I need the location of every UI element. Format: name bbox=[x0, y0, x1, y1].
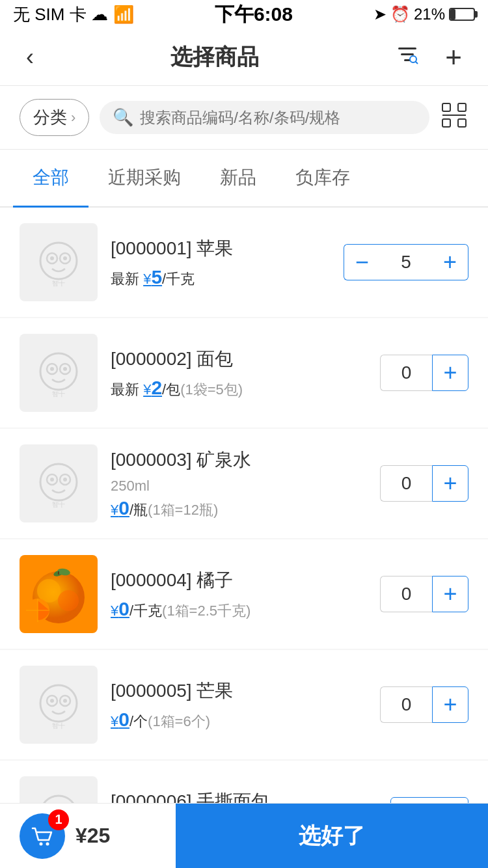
svg-text:智十: 智十 bbox=[52, 390, 65, 398]
product-name: [0000001] 苹果 bbox=[111, 236, 331, 261]
battery-icon bbox=[449, 8, 475, 21]
svg-point-54 bbox=[46, 842, 49, 845]
svg-text:智十: 智十 bbox=[52, 501, 65, 508]
product-item: [0000004] 橘子 ¥0/千克(1箱=2.5千克) + bbox=[0, 539, 488, 649]
product-name: [0000003] 矿泉水 bbox=[111, 448, 367, 472]
product-info-0000005: [0000005] 芒果 ¥0/个(1箱=6个) bbox=[111, 679, 367, 731]
status-bar: 无 SIM 卡 ☁ 📶 下午6:08 ➤ ⏰ 21% bbox=[0, 0, 488, 29]
tab-bar: 全部 近期采购 新品 负库存 bbox=[0, 150, 488, 208]
tab-negative[interactable]: 负库存 bbox=[276, 150, 370, 208]
product-name: [0000002] 面包 bbox=[111, 347, 367, 372]
svg-rect-1 bbox=[401, 53, 414, 55]
product-list: 智十 [0000001] 苹果 最新 ¥5/千克 − + 智十 bbox=[0, 208, 488, 868]
wifi-icon: 📶 bbox=[113, 5, 134, 25]
svg-text:智十: 智十 bbox=[52, 722, 65, 729]
cart-section: 1 ¥25 bbox=[0, 813, 176, 859]
battery-percent: 21% bbox=[414, 5, 445, 23]
qty-input[interactable] bbox=[380, 576, 432, 612]
location-icon: ➤ bbox=[373, 5, 386, 23]
category-label: 分类 bbox=[33, 106, 67, 129]
back-button[interactable]: ‹ bbox=[20, 37, 40, 77]
svg-point-38 bbox=[40, 685, 77, 722]
qty-control-0000004: + bbox=[380, 576, 468, 612]
product-price: ¥0/千克(1箱=2.5千克) bbox=[111, 598, 367, 621]
qty-plus-button[interactable]: + bbox=[432, 465, 468, 502]
svg-point-10 bbox=[40, 243, 77, 279]
filter-icon[interactable] bbox=[389, 36, 426, 78]
chevron-right-icon: › bbox=[71, 109, 75, 126]
product-item: 智十 [0000005] 芒果 ¥0/个(1箱=6个) + bbox=[0, 650, 488, 759]
product-price: 最新 ¥5/千克 bbox=[111, 266, 331, 289]
status-left: 无 SIM 卡 ☁ 📶 bbox=[13, 3, 134, 26]
qty-plus-button[interactable]: + bbox=[432, 244, 468, 280]
svg-point-19 bbox=[50, 367, 54, 371]
svg-point-25 bbox=[50, 478, 54, 481]
product-info-0000003: [0000003] 矿泉水 250ml ¥0/瓶(1箱=12瓶) bbox=[111, 448, 367, 520]
product-image-0000002: 智十 bbox=[20, 334, 98, 412]
product-spec: 250ml bbox=[111, 478, 367, 495]
confirm-button[interactable]: 选好了 bbox=[176, 804, 488, 868]
nav-bar: ‹ 选择商品 + bbox=[0, 29, 488, 86]
svg-rect-7 bbox=[458, 103, 466, 111]
qty-input[interactable] bbox=[380, 355, 432, 391]
svg-point-16 bbox=[40, 353, 77, 390]
svg-point-26 bbox=[63, 478, 67, 481]
svg-text:智十: 智十 bbox=[52, 280, 65, 287]
qty-plus-button[interactable]: + bbox=[432, 576, 468, 612]
product-item: 智十 [0000002] 面包 最新 ¥2/包(1袋=5包) + bbox=[0, 318, 488, 427]
qty-minus-button[interactable]: − bbox=[344, 244, 380, 280]
product-price: ¥0/瓶(1箱=12瓶) bbox=[111, 497, 367, 520]
svg-point-20 bbox=[63, 367, 67, 371]
qty-control-0000003: + bbox=[380, 465, 468, 502]
cart-button[interactable]: 1 bbox=[20, 813, 65, 859]
qty-plus-button[interactable]: + bbox=[432, 686, 468, 723]
svg-rect-5 bbox=[442, 103, 450, 111]
product-image-0000005: 智十 bbox=[20, 666, 98, 744]
svg-rect-9 bbox=[458, 119, 466, 127]
page-title: 选择商品 bbox=[170, 42, 259, 72]
qty-control-0000005: + bbox=[380, 686, 468, 723]
qty-control-0000002: + bbox=[380, 355, 468, 391]
tab-all[interactable]: 全部 bbox=[13, 150, 88, 208]
qty-plus-button[interactable]: + bbox=[432, 355, 468, 391]
qty-input[interactable] bbox=[380, 686, 432, 723]
bottom-bar: 1 ¥25 选好了 bbox=[0, 803, 488, 868]
product-name: [0000004] 橘子 bbox=[111, 568, 367, 593]
svg-point-13 bbox=[50, 256, 54, 260]
svg-point-41 bbox=[50, 699, 54, 703]
product-image-0000001: 智十 bbox=[20, 223, 98, 301]
svg-line-4 bbox=[416, 62, 418, 64]
product-info-0000002: [0000002] 面包 最新 ¥2/包(1袋=5包) bbox=[111, 347, 367, 400]
product-price: ¥0/个(1箱=6个) bbox=[111, 709, 367, 731]
scan-icon[interactable] bbox=[440, 101, 468, 135]
status-right: ➤ ⏰ 21% bbox=[373, 5, 475, 23]
search-input[interactable] bbox=[140, 109, 416, 127]
category-button[interactable]: 分类 › bbox=[20, 99, 89, 136]
svg-point-42 bbox=[63, 699, 67, 703]
product-name: [0000005] 芒果 bbox=[111, 679, 367, 703]
search-box: 🔍 bbox=[100, 101, 429, 134]
product-info-0000001: [0000001] 苹果 最新 ¥5/千克 bbox=[111, 236, 331, 289]
alarm-icon: ⏰ bbox=[390, 5, 410, 23]
svg-rect-6 bbox=[442, 119, 450, 127]
sim-status: 无 SIM 卡 ☁ bbox=[13, 3, 108, 26]
product-item: 智十 [0000001] 苹果 最新 ¥5/千克 − + bbox=[0, 208, 488, 317]
search-icon: 🔍 bbox=[113, 107, 133, 128]
time-display: 下午6:08 bbox=[215, 1, 293, 28]
filter-bar: 分类 › 🔍 bbox=[0, 86, 488, 150]
qty-input[interactable] bbox=[380, 465, 432, 502]
svg-point-31 bbox=[58, 590, 79, 611]
product-image-0000003: 智十 bbox=[20, 444, 98, 522]
qty-input[interactable] bbox=[380, 244, 432, 280]
qty-control-0000001: − + bbox=[344, 244, 468, 280]
product-price: 最新 ¥2/包(1袋=5包) bbox=[111, 377, 367, 400]
add-button[interactable]: + bbox=[439, 34, 468, 80]
product-item: 智十 [0000003] 矿泉水 250ml ¥0/瓶(1箱=12瓶) + bbox=[0, 429, 488, 538]
nav-actions: + bbox=[389, 34, 468, 80]
tab-recent[interactable]: 近期采购 bbox=[88, 150, 200, 208]
svg-point-53 bbox=[40, 842, 43, 845]
tab-new[interactable]: 新品 bbox=[200, 150, 276, 208]
product-image-0000004 bbox=[20, 555, 98, 633]
svg-rect-0 bbox=[398, 47, 416, 49]
cart-total: ¥25 bbox=[75, 824, 110, 848]
